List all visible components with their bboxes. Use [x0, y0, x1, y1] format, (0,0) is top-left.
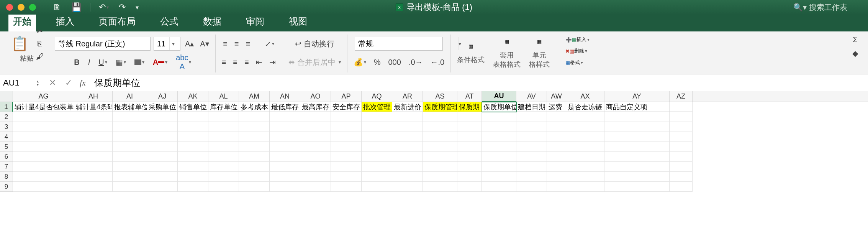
cell-AT4[interactable] [457, 132, 482, 142]
insert-cells-button[interactable]: ➕▦ 插入 ▾ [564, 35, 591, 44]
cell-AH3[interactable] [74, 122, 113, 132]
cell-AH9[interactable] [74, 182, 113, 192]
cell-AY9[interactable] [604, 182, 670, 192]
cell-AV2[interactable] [516, 112, 547, 122]
decrease-decimal-button[interactable]: ←.0 [429, 57, 446, 67]
cell-AM4[interactable] [239, 132, 270, 142]
cell-AL5[interactable] [208, 142, 239, 152]
cell-AN4[interactable] [270, 132, 300, 142]
cell-AI8[interactable] [113, 172, 147, 182]
cell-AU9[interactable] [482, 182, 516, 192]
cell-AW5[interactable] [547, 142, 566, 152]
row-header-7[interactable]: 7 [0, 162, 13, 172]
cell-AO7[interactable] [300, 162, 331, 172]
merge-button[interactable]: ⬌ 合并后居中 ▾ [287, 56, 342, 68]
cell-AV3[interactable] [516, 122, 547, 132]
cell-AS9[interactable] [423, 182, 457, 192]
cell-AY7[interactable] [604, 162, 670, 172]
percent-button[interactable]: % [372, 57, 382, 67]
paste-button[interactable]: 📋 [8, 33, 31, 55]
column-header-AK[interactable]: AK [178, 91, 208, 102]
cell-AN8[interactable] [270, 172, 300, 182]
cell-AV4[interactable] [516, 132, 547, 142]
number-format-combo[interactable]: ▾ [355, 37, 443, 51]
cell-AU5[interactable] [482, 142, 516, 152]
cell-AO1[interactable]: 最高库存 [300, 102, 331, 112]
cell-AS2[interactable] [423, 112, 457, 122]
font-color-button[interactable]: A▾ [151, 57, 169, 67]
cell-AY5[interactable] [604, 142, 670, 152]
tab-home[interactable]: 开始 [8, 12, 36, 31]
cell-AH5[interactable] [74, 142, 113, 152]
align-center-button[interactable]: ≡ [231, 57, 239, 67]
search-input[interactable] [809, 3, 863, 12]
cell-AN5[interactable] [270, 142, 300, 152]
increase-font-button[interactable]: A▴ [183, 38, 195, 49]
autosum-button[interactable]: Σ [851, 35, 859, 45]
cell-AX7[interactable] [566, 162, 604, 172]
cell-AK2[interactable] [178, 112, 208, 122]
cell-AU1[interactable]: 保质期单位 [482, 102, 516, 112]
cell-AV5[interactable] [516, 142, 547, 152]
cell-AS7[interactable] [423, 162, 457, 172]
cell-AP2[interactable] [331, 112, 362, 122]
cell-AS1[interactable]: 保质期管理 [423, 102, 457, 112]
cell-AQ1[interactable]: 批次管理 [362, 102, 392, 112]
cell-AJ2[interactable] [147, 112, 178, 122]
cell-AZ8[interactable] [670, 172, 693, 182]
cell-AM6[interactable] [239, 152, 270, 162]
cell-styles-button[interactable]: ▦ 单元 格样式 [527, 35, 551, 70]
cell-AK6[interactable] [178, 152, 208, 162]
cell-AO9[interactable] [300, 182, 331, 192]
cell-AO3[interactable] [300, 122, 331, 132]
format-cells-button[interactable]: ▦ 格式 ▾ [564, 58, 585, 67]
cell-AN6[interactable] [270, 152, 300, 162]
cell-AJ7[interactable] [147, 162, 178, 172]
cell-AW6[interactable] [547, 152, 566, 162]
cell-AH2[interactable] [74, 112, 113, 122]
clear-button[interactable]: ◆ [851, 48, 860, 59]
cell-AI4[interactable] [113, 132, 147, 142]
decrease-indent-button[interactable]: ⇤ [254, 57, 264, 67]
cell-AK1[interactable]: 销售单位 [178, 102, 208, 112]
cell-AI1[interactable]: 报表辅单位 [113, 102, 147, 112]
decrease-font-button[interactable]: A▾ [198, 38, 210, 49]
minimize-window-button[interactable] [18, 4, 25, 11]
cell-AX4[interactable] [566, 132, 604, 142]
cell-AO6[interactable] [300, 152, 331, 162]
cell-AM2[interactable] [239, 112, 270, 122]
save-icon[interactable]: 💾 [70, 2, 83, 13]
cell-AM5[interactable] [239, 142, 270, 152]
cell-AJ4[interactable] [147, 132, 178, 142]
cell-AV1[interactable]: 建档日期 [516, 102, 547, 112]
row-header-5[interactable]: 5 [0, 142, 13, 152]
column-header-AH[interactable]: AH [74, 91, 113, 102]
increase-indent-button[interactable]: ⇥ [268, 57, 277, 67]
cell-AK4[interactable] [178, 132, 208, 142]
cancel-formula-icon[interactable]: ✕ [47, 77, 57, 89]
column-header-AU[interactable]: AU [482, 91, 516, 102]
cell-AG4[interactable] [13, 132, 74, 142]
cell-AT5[interactable] [457, 142, 482, 152]
cell-AK9[interactable] [178, 182, 208, 192]
cell-AX2[interactable] [566, 112, 604, 122]
cell-AT3[interactable] [457, 122, 482, 132]
cell-AS4[interactable] [423, 132, 457, 142]
font-size-combo[interactable]: ▾ [154, 37, 180, 51]
cell-AW2[interactable] [547, 112, 566, 122]
cell-AQ6[interactable] [362, 152, 392, 162]
cell-AO2[interactable] [300, 112, 331, 122]
cell-AW3[interactable] [547, 122, 566, 132]
italic-button[interactable]: I [87, 57, 92, 67]
underline-button[interactable]: U▾ [97, 57, 108, 67]
cell-AI7[interactable] [113, 162, 147, 172]
column-header-AV[interactable]: AV [516, 91, 547, 102]
close-window-button[interactable] [6, 4, 13, 11]
column-header-AI[interactable]: AI [113, 91, 147, 102]
border-button[interactable]: ▦▾ [114, 57, 128, 67]
cell-AU7[interactable] [482, 162, 516, 172]
cell-AR7[interactable] [392, 162, 423, 172]
cell-AX6[interactable] [566, 152, 604, 162]
redo-icon[interactable]: ↷ [117, 2, 127, 13]
font-size-input[interactable] [154, 40, 169, 48]
